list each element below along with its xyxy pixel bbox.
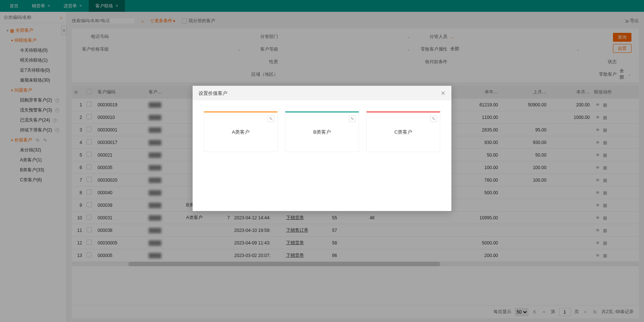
card-b-customer[interactable]: ✎ B类客户 [285, 112, 359, 152]
card-a-customer[interactable]: ✎ A类客户 [204, 112, 278, 152]
card-label: C类客户 [394, 129, 412, 136]
close-icon[interactable]: ✕ [441, 90, 445, 97]
value-customer-modal: 设置价值客户 ✕ ✎ A类客户 ✎ B类客户 ✎ C类客户 [193, 86, 451, 211]
modal-title: 设置价值客户 [199, 90, 227, 96]
card-label: A类客户 [232, 129, 250, 136]
edit-icon[interactable]: ✎ [430, 116, 437, 122]
edit-icon[interactable]: ✎ [268, 116, 274, 122]
edit-icon[interactable]: ✎ [349, 116, 356, 122]
card-label: B类客户 [313, 129, 331, 136]
card-c-customer[interactable]: ✎ C类客户 [366, 112, 440, 152]
